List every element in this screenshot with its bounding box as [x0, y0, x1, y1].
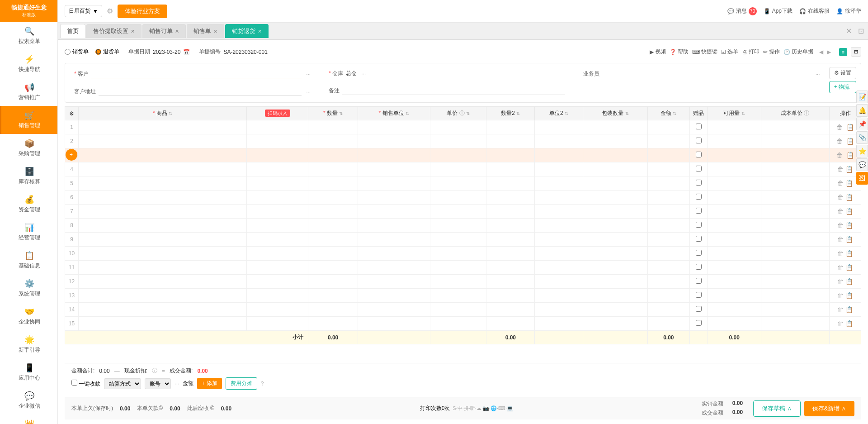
copy-btn[interactable]: 📋 — [844, 179, 854, 188]
list-view-btn[interactable]: ≡ — [839, 48, 847, 56]
salesperson-input[interactable] — [602, 70, 811, 78]
quantity-cell[interactable] — [308, 134, 358, 148]
amount-cell[interactable] — [647, 134, 689, 148]
qty2-cell[interactable] — [486, 148, 535, 162]
topbar-gear-icon[interactable]: ⚙ — [107, 7, 113, 15]
sidebar-item-basic[interactable]: 📋 基础信息 — [0, 246, 57, 274]
right-edge-btn-6[interactable]: 💬 — [856, 158, 868, 171]
gift-cell[interactable] — [689, 120, 708, 134]
product-input-active[interactable] — [80, 152, 245, 159]
sidebar-item-member[interactable]: 👑 畅会员 — [0, 414, 57, 424]
right-edge-btn-2[interactable]: 🔔 — [856, 104, 868, 117]
price-sort-icon[interactable]: ⇅ — [466, 111, 470, 116]
gift-checkbox[interactable] — [696, 292, 702, 298]
copy-btn[interactable]: 📋 — [844, 165, 854, 174]
product-cell[interactable] — [79, 162, 247, 176]
product-cell[interactable] — [79, 261, 247, 275]
print-btn[interactable]: 🖨 打印 — [742, 48, 760, 56]
discount-info-icon[interactable]: ⓘ — [152, 367, 157, 375]
qty2-cell[interactable] — [486, 134, 535, 148]
tab-sales-order-close-icon[interactable]: ✕ — [175, 29, 179, 34]
gift-checkbox[interactable] — [696, 306, 702, 312]
delete-btn[interactable]: 🗑 — [836, 179, 844, 188]
delete-btn[interactable]: 🗑 — [835, 123, 844, 132]
unit-price-cell[interactable] — [430, 120, 486, 134]
copy-btn[interactable]: 📋 — [844, 193, 854, 202]
gift-checkbox[interactable] — [696, 180, 702, 186]
tab-home[interactable]: 首页 — [60, 24, 85, 38]
right-edge-btn-5[interactable]: ⭐ — [856, 145, 868, 157]
prev-record-icon[interactable]: ◀ — [819, 49, 823, 55]
amount-sort-icon[interactable]: ⇅ — [673, 111, 676, 116]
address-input[interactable] — [99, 87, 302, 96]
industry-selector[interactable]: 日用百货 ▼ — [65, 5, 102, 17]
delete-btn[interactable]: 🗑 — [836, 263, 844, 272]
sidebar-item-stock[interactable]: 🗄️ 库存核算 — [0, 162, 57, 190]
gift-checkbox[interactable] — [696, 250, 702, 256]
fee-split-btn[interactable]: 费用分摊 — [226, 377, 257, 390]
delete-btn[interactable]: 🗑 — [836, 165, 844, 174]
salesperson-dots[interactable]: ··· — [816, 71, 820, 77]
product-cell-active[interactable] — [79, 148, 247, 162]
sidebar-item-system[interactable]: ⚙️ 系统管理 — [0, 274, 57, 302]
copy-btn[interactable]: 📋 — [844, 263, 854, 272]
unit2-cell[interactable] — [535, 148, 583, 162]
unit-price-cell[interactable] — [430, 148, 486, 162]
copy-btn[interactable]: 📋 — [845, 123, 855, 132]
account-dots[interactable]: ··· — [175, 381, 179, 387]
right-edge-btn-7[interactable]: 🖼 — [856, 172, 868, 185]
copy-btn[interactable]: 📋 — [845, 137, 855, 146]
delete-btn[interactable]: 🗑 — [836, 249, 844, 258]
delete-btn[interactable]: 🗑 — [836, 235, 844, 244]
grid-view-btn[interactable]: ⊞ — [851, 47, 861, 57]
delete-btn[interactable]: 🗑 — [836, 319, 844, 328]
delete-btn[interactable]: 🗑 — [836, 305, 844, 314]
close-window-icon[interactable]: ✕ — [842, 27, 855, 35]
copy-btn[interactable]: 📋 — [844, 291, 854, 300]
remark-input[interactable] — [342, 86, 565, 95]
gift-checkbox[interactable] — [696, 222, 702, 228]
sidebar-item-operation[interactable]: 📊 经营管理 — [0, 218, 57, 246]
copy-btn[interactable]: 📋 — [844, 319, 854, 328]
gift-checkbox[interactable] — [696, 138, 702, 143]
delete-btn[interactable]: 🗑 — [836, 221, 844, 230]
gift-checkbox[interactable] — [696, 124, 702, 129]
video-btn[interactable]: ▶ 视频 — [650, 48, 666, 56]
product-cell[interactable] — [79, 247, 247, 261]
sidebar-item-partner[interactable]: 🤝 企业协同 — [0, 302, 57, 330]
col-barcode[interactable]: 扫码录入 — [247, 107, 308, 120]
sidebar-item-finance[interactable]: 💰 资金管理 — [0, 190, 57, 218]
qty2-sort-icon[interactable]: ⇅ — [516, 111, 520, 116]
right-edge-btn-1[interactable]: 📝 — [856, 91, 868, 103]
product-cell[interactable] — [79, 134, 247, 148]
message-btn[interactable]: 💬 消息 70 — [727, 7, 757, 15]
product-cell[interactable] — [79, 176, 247, 191]
sales-unit-cell[interactable] — [358, 120, 430, 134]
delete-btn[interactable]: 🗑 — [835, 151, 844, 160]
settlement-select[interactable]: 结算方式 — [104, 378, 141, 389]
fee-help-icon[interactable]: ? — [261, 381, 264, 387]
next-record-icon[interactable]: ▶ — [827, 49, 831, 55]
copy-btn[interactable]: 📋 — [845, 151, 855, 160]
gift-cell[interactable] — [689, 134, 708, 148]
gift-checkbox[interactable] — [696, 166, 702, 172]
product-cell[interactable] — [79, 120, 247, 134]
product-cell[interactable] — [79, 233, 247, 247]
price-info-icon[interactable]: ⓘ — [459, 110, 465, 116]
unit-price-cell[interactable] — [430, 134, 486, 148]
quantity-cell[interactable] — [308, 148, 358, 162]
tab-sales-order[interactable]: 销售订单 ✕ — [142, 24, 186, 38]
amount-cell[interactable] — [647, 120, 689, 134]
shortcut-btn[interactable]: ⌨ 快捷键 — [692, 48, 717, 56]
sidebar-item-wechat[interactable]: 💬 企业微信 — [0, 386, 57, 414]
gift-checkbox[interactable] — [696, 320, 702, 326]
calendar-icon[interactable]: 📅 — [183, 49, 190, 55]
quantity-cell[interactable] — [308, 120, 358, 134]
pack-qty-cell[interactable] — [583, 120, 647, 134]
copy-btn[interactable]: 📋 — [844, 235, 854, 244]
add-row-btn[interactable]: + — [65, 148, 78, 161]
customer-dots[interactable]: ··· — [306, 71, 311, 77]
sidebar-item-marketing[interactable]: 📢 营销推广 — [0, 78, 57, 106]
sort-icon[interactable]: ⇅ — [169, 111, 172, 116]
pack-qty-cell[interactable] — [583, 134, 647, 148]
